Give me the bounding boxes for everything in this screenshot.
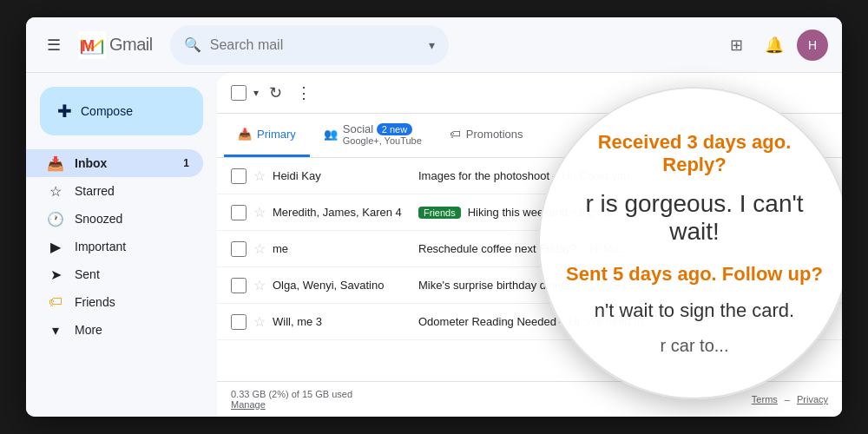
promotions-tab-icon: 🏷 (450, 128, 461, 141)
compose-plus-icon: ✚ (57, 101, 72, 122)
star-icon[interactable]: ☆ (253, 168, 266, 184)
email-checkbox[interactable] (231, 278, 247, 293)
apps-icon[interactable]: ⊞ (720, 30, 752, 61)
email-tag: Friends (418, 207, 461, 219)
star-icon[interactable]: ☆ (253, 277, 266, 293)
inbox-count: 1 (183, 157, 189, 169)
sidebar-item-snoozed-label: Snoozed (75, 212, 189, 226)
snoozed-icon: 🕐 (47, 211, 64, 227)
primary-tab-icon: 📥 (238, 128, 252, 141)
search-dropdown-icon[interactable]: ▾ (429, 38, 435, 52)
gmail-logo-icon: M (78, 31, 106, 59)
important-icon: ▶ (47, 239, 64, 255)
email-checkbox[interactable] (231, 314, 247, 330)
sidebar-item-important-label: Important (75, 240, 189, 253)
more-options-icon[interactable]: ⋮ (293, 80, 315, 106)
tab-social[interactable]: 👥 Social 2 new Google+, YouTube (310, 114, 436, 157)
sent-icon: ➤ (47, 266, 64, 283)
hamburger-icon[interactable]: ☰ (40, 29, 68, 62)
sidebar-item-snoozed[interactable]: 🕐 Snoozed (26, 205, 203, 233)
sidebar-item-starred[interactable]: ☆ Starred (26, 177, 203, 205)
magnify-line1: Received 3 days ago. Reply? (566, 131, 823, 176)
sidebar-item-inbox[interactable]: 📥 Inbox 1 (26, 149, 203, 177)
sidebar: ✚ Compose 📥 Inbox 1 ☆ Starred 🕐 Snoozed … (26, 73, 217, 417)
tab-primary[interactable]: 📥 Primary (224, 114, 310, 157)
gmail-header: ☰ M Gmail 🔍 ▾ ⊞ 🔔 H (26, 17, 842, 73)
search-bar[interactable]: 🔍 ▾ (170, 25, 449, 65)
storage-text: 0.33 GB (2%) of 15 GB used (231, 389, 352, 399)
gmail-logo-text: Gmail (109, 35, 153, 55)
inbox-icon: 📥 (47, 155, 64, 172)
svg-text:M: M (82, 37, 95, 55)
avatar[interactable]: H (797, 30, 828, 61)
magnify-line4: n't wait to sign the card. (595, 299, 794, 322)
social-tab-badge: 2 new (377, 123, 412, 135)
sidebar-item-sent-label: Sent (75, 267, 189, 281)
magnify-line3: Sent 5 days ago. Follow up? (566, 263, 823, 286)
bell-icon[interactable]: 🔔 (759, 30, 790, 61)
email-checkbox[interactable] (231, 168, 247, 184)
sidebar-item-more[interactable]: ▾ More (26, 316, 203, 344)
primary-tab-label: Primary (257, 128, 296, 141)
compose-button[interactable]: ✚ Compose (40, 87, 203, 135)
sidebar-item-more-label: More (75, 323, 189, 337)
compose-label: Compose (81, 104, 133, 118)
refresh-icon[interactable]: ↻ (266, 80, 286, 106)
magnify-line2: r is gorgeous. I can't wait! (566, 190, 823, 246)
sidebar-item-starred-label: Starred (75, 184, 189, 198)
email-sender: Heidi Kay (273, 169, 411, 182)
starred-icon: ☆ (47, 183, 64, 200)
star-icon[interactable]: ☆ (253, 240, 266, 257)
magnify-line5: r car to... (661, 336, 729, 356)
terms-link[interactable]: Terms (752, 394, 778, 404)
email-checkbox[interactable] (231, 205, 247, 220)
storage-info: 0.33 GB (2%) of 15 GB used Manage (231, 389, 352, 410)
email-subject: Odometer Reading Needed (418, 315, 560, 328)
email-sender: Meredith, James, Karen 4 (273, 206, 411, 219)
tab-promotions[interactable]: 🏷 Promotions (436, 114, 537, 157)
email-sender: Olga, Wenyi, Savatino (273, 279, 411, 292)
select-all-checkbox[interactable] (231, 85, 247, 101)
email-checkbox[interactable] (231, 241, 247, 257)
social-tab-icon: 👥 (324, 128, 338, 141)
star-icon[interactable]: ☆ (253, 204, 266, 220)
privacy-link[interactable]: Privacy (797, 394, 828, 404)
star-icon[interactable]: ☆ (253, 313, 266, 330)
social-tab-label: Social (343, 122, 377, 135)
email-subject: Images for the photoshoot (418, 169, 553, 182)
footer-dash: – (785, 394, 790, 404)
sidebar-item-important[interactable]: ▶ Important (26, 233, 203, 260)
email-sender: Will, me 3 (273, 315, 411, 328)
browser-window: ☰ M Gmail 🔍 ▾ ⊞ 🔔 H (26, 17, 842, 417)
footer-links: Terms – Privacy (752, 394, 828, 404)
more-icon: ▾ (47, 322, 64, 339)
header-icons: ⊞ 🔔 H (720, 30, 828, 61)
sidebar-item-friends[interactable]: 🏷 Friends (26, 288, 203, 316)
email-sender: me (273, 242, 411, 255)
promotions-tab-label: Promotions (466, 128, 523, 141)
sidebar-item-inbox-label: Inbox (75, 156, 173, 170)
sidebar-item-friends-label: Friends (75, 295, 189, 309)
search-icon: 🔍 (184, 36, 201, 53)
search-input[interactable] (210, 37, 420, 53)
manage-link[interactable]: Manage (231, 399, 266, 410)
sidebar-item-sent[interactable]: ➤ Sent (26, 260, 203, 288)
magnify-overlay: Received 3 days ago. Reply? r is gorgeou… (538, 87, 842, 399)
select-dropdown-icon[interactable]: ▾ (253, 87, 259, 99)
friends-icon: 🏷 (47, 294, 64, 310)
gmail-logo: M Gmail (78, 31, 153, 59)
social-tab-sub: Google+, YouTube (343, 135, 422, 146)
